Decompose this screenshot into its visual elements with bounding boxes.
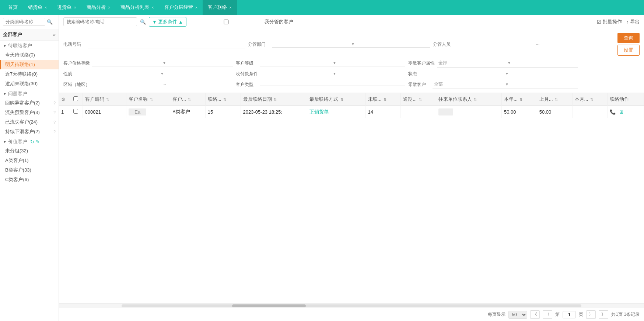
gender-select[interactable]: ▼ <box>88 70 233 77</box>
nav-sales-order[interactable]: 销货单 × <box>23 0 52 15</box>
sidebar-item-c-class[interactable]: C类客户(6) <box>0 175 59 184</box>
value-group-label: ▼ 价值客户 ↻ ✎ <box>0 137 59 146</box>
sort-icon[interactable]: ⇅ <box>223 97 226 101</box>
th-this-month: 本月... ⇅ <box>572 93 608 106</box>
search-icon[interactable]: 🔍 <box>47 19 53 25</box>
sidebar-item-tomorrow-contact[interactable]: 明天待联络(1) <box>0 60 59 69</box>
sort-icon[interactable]: ⇅ <box>340 97 343 101</box>
contact-method-link[interactable]: 下销货单 <box>309 109 329 114</box>
area-select[interactable]: ··· <box>92 81 233 88</box>
page-number-input[interactable] <box>563 311 576 318</box>
help-icon[interactable]: ? <box>53 120 56 124</box>
my-customers-checkbox[interactable] <box>189 20 263 24</box>
sort-icon[interactable]: ⇅ <box>519 97 522 101</box>
nav-product-analysis-list[interactable]: 商品分析列表 × <box>115 0 159 15</box>
close-icon[interactable]: × <box>229 5 231 10</box>
more-icon[interactable]: ··· <box>534 42 613 47</box>
sidebar-search-input[interactable] <box>3 18 45 26</box>
filter-row-2: 客户价格等级 ▼ 客户等级 ▼ 零散客户属性 全部 <box>63 59 640 68</box>
more-conditions-btn[interactable]: ▼ 更多条件 ▲ <box>149 17 186 27</box>
help-icon[interactable]: ? <box>53 110 56 115</box>
nav-customer-layered[interactable]: 客户分层经营 × <box>159 0 203 15</box>
bulk-action-btn[interactable]: ☑ 批量操作 <box>597 18 622 25</box>
sort-icon[interactable]: ⇅ <box>106 97 109 101</box>
first-page-btn[interactable]: 《 <box>530 310 540 319</box>
td-code: 000021 <box>83 106 126 118</box>
edit-icon[interactable]: ✎ <box>36 139 39 144</box>
query-button[interactable]: 查询 <box>617 33 640 43</box>
all-customers-title[interactable]: 全部客户 « <box>0 29 59 41</box>
scrollbar-thumb[interactable] <box>232 304 306 307</box>
td-customer-type: B类客户 <box>170 106 206 118</box>
sidebar-item-churn-warning[interactable]: 流失预警客户(3) ? <box>0 108 59 117</box>
triangle-icon: ▼ <box>3 92 7 96</box>
sidebar-item-overdue-contact[interactable]: 逾期未联络(30) <box>0 79 59 89</box>
close-icon[interactable]: × <box>45 5 47 10</box>
sort-icon[interactable]: ⇅ <box>419 97 422 101</box>
sidebar-item-declining[interactable]: 持续下滑客户(2) ? <box>0 127 59 137</box>
person-select[interactable]: ··· <box>457 41 615 48</box>
nav-home[interactable]: 首页 <box>3 0 23 15</box>
row-checkbox[interactable] <box>73 109 78 114</box>
sort-icon[interactable]: ⇅ <box>274 97 277 101</box>
help-icon[interactable]: ? <box>53 101 56 105</box>
sidebar-item-7day-contact[interactable]: 近7天待联络(0) <box>0 69 59 79</box>
triangle-icon: ▼ <box>3 44 7 48</box>
help-icon[interactable]: ? <box>53 130 56 134</box>
sidebar-item-repurchase-abnormal[interactable]: 回购异常客户(2) ? <box>0 98 59 108</box>
prev-page-btn[interactable]: 〈 <box>543 310 552 319</box>
next-page-btn[interactable]: 〉 <box>586 310 596 319</box>
nav-customer-contact[interactable]: 客户联络 × <box>203 0 237 15</box>
retail-attr-select[interactable]: 全部 ▼ <box>437 59 578 68</box>
phone-input[interactable] <box>88 41 245 48</box>
select-all-checkbox[interactable] <box>73 96 78 101</box>
sort-icon[interactable]: ⇅ <box>590 97 593 101</box>
filter-cell-status: 状态 ▼ <box>408 70 578 77</box>
sort-icon[interactable]: ⇅ <box>384 97 386 101</box>
phone-action-icon[interactable]: 📞 <box>610 109 616 115</box>
page-size-select[interactable]: 50 20 100 <box>508 311 527 319</box>
customer-type-select[interactable] <box>260 83 405 86</box>
sidebar-item-b-class[interactable]: B类客户(33) <box>0 165 59 175</box>
sidebar-item-churned[interactable]: 已流失客户(24) ? <box>0 117 59 127</box>
sort-icon[interactable]: ⇅ <box>555 97 558 101</box>
td-name: Ea <box>126 106 170 118</box>
nav-purchase-order[interactable]: 进货单 × <box>52 0 81 15</box>
td-last-contact-method[interactable]: 下销货单 <box>307 106 365 118</box>
th-gear[interactable]: ⚙ <box>59 93 71 106</box>
customer-level-select[interactable]: ▼ <box>260 60 405 66</box>
chevron-up-icon: ▲ <box>178 19 183 25</box>
refresh-icon[interactable]: ↻ <box>30 139 34 145</box>
settings-icon[interactable]: ⚙ <box>61 97 66 102</box>
sort-icon[interactable]: ⇅ <box>150 97 153 101</box>
filter-cell-customer-type: 客户类型 <box>236 82 405 88</box>
my-customers-checkbox-label[interactable]: 我分管的客户 <box>189 18 293 25</box>
nav-product-analysis[interactable]: 商品分析 × <box>81 0 115 15</box>
more-icon[interactable]: ··· <box>161 82 231 87</box>
td-checkbox[interactable] <box>71 106 83 118</box>
dept-select[interactable]: ▼ <box>272 41 430 48</box>
th-checkbox[interactable] <box>71 93 83 106</box>
retail-customer-select[interactable]: 全部 ▼ <box>433 80 578 89</box>
sidebar-item-ungrouped[interactable]: 未分组(32) <box>0 146 59 156</box>
more-action-icon[interactable]: ⊞ <box>619 109 623 115</box>
horizontal-scrollbar[interactable] <box>59 303 644 308</box>
sort-icon[interactable]: ⇅ <box>188 97 191 101</box>
payment-select[interactable]: ▼ <box>260 70 405 77</box>
close-icon[interactable]: × <box>74 5 76 10</box>
export-btn[interactable]: ↑ 导出 <box>626 18 640 25</box>
status-select[interactable]: ▼ <box>433 70 578 77</box>
collapse-icon[interactable]: « <box>53 32 56 38</box>
sidebar-item-today-contact[interactable]: 今天待联络(0) <box>0 50 59 60</box>
close-icon[interactable]: × <box>151 5 154 10</box>
search-input[interactable] <box>63 17 137 26</box>
sidebar-item-a-class[interactable]: A类客户(1) <box>0 156 59 165</box>
setting-button[interactable]: 设置 <box>617 45 640 56</box>
last-page-btn[interactable]: 》 <box>599 310 608 319</box>
search-icon[interactable]: 🔍 <box>140 19 146 25</box>
price-level-select[interactable]: ▼ <box>92 60 233 66</box>
close-icon[interactable]: × <box>108 5 110 10</box>
data-table-wrap: ⚙ 客户编码 ⇅ 客户名称 ⇅ <box>59 93 644 303</box>
close-icon[interactable]: × <box>195 5 197 10</box>
sort-icon[interactable]: ⇅ <box>474 97 477 101</box>
